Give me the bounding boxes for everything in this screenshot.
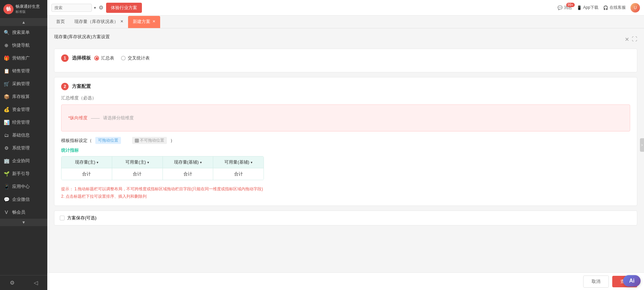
sidebar-bottom: ⚙ ◁	[0, 275, 47, 290]
app-center-icon: 📱	[3, 184, 9, 190]
sidebar-item-marketing[interactable]: 🎁 营销推广	[0, 52, 47, 65]
message-icon: 💬	[558, 5, 563, 10]
wechat-icon: 💬	[3, 196, 9, 202]
dropdown-icon-0: ▾	[97, 161, 98, 164]
sidebar-item-label: 经营管理	[12, 119, 30, 125]
radio-summary-circle	[94, 56, 99, 61]
tab-inventory-status[interactable]: 现存量（库存状况表） ✕	[70, 16, 128, 28]
tab-close-inventory[interactable]: ✕	[120, 19, 123, 24]
stats-col-header-1[interactable]: 可用量(主) ▾	[112, 156, 163, 168]
stats-col-header-2[interactable]: 现存量(基辅) ▾	[163, 156, 214, 168]
stats-table-header: 现存量(主) ▾ 可用量(主) ▾ 现存量(基辅) ▾	[61, 156, 264, 168]
dimension-required-label: *纵向维度	[68, 115, 88, 121]
member-icon: V	[3, 209, 9, 215]
sidebar-search[interactable]: 🔍 搜索菜单	[0, 26, 47, 39]
ai-float-button[interactable]: Ai	[623, 275, 641, 287]
sidebar-item-purchase[interactable]: 🛒 采购管理	[0, 77, 47, 90]
sidebar-item-inventory[interactable]: 📦 库存核算	[0, 90, 47, 103]
save-label: 方案保存(可选)	[67, 215, 97, 221]
topbar-app-download[interactable]: 📱 App下载	[577, 5, 598, 10]
stats-col-header-3[interactable]: 可用量(基辅) ▾	[213, 156, 264, 168]
footer: 取消 查询	[47, 272, 644, 290]
topbar-message[interactable]: 💬 消息 99+	[558, 5, 572, 10]
tag-separator	[124, 138, 129, 144]
cancel-button[interactable]: 取消	[583, 275, 609, 288]
tab-bar: 首页 现存量（库存状况表） ✕ 新建方案 ✕	[47, 16, 644, 28]
dimension-area[interactable]: *纵向维度 —— 请选择分组维度	[61, 104, 630, 131]
not-draggable-icon	[135, 139, 139, 143]
topbar-settings-btn[interactable]: ⚙	[99, 4, 103, 11]
sidebar-item-label: 系统管理	[12, 145, 30, 151]
sidebar-item-label: 销售管理	[12, 68, 30, 74]
stats-table-body: 合计 合计 合计 合计	[61, 168, 264, 180]
sidebar-item-label: 新手引导	[12, 171, 30, 177]
sidebar-scroll-down[interactable]: ▼	[0, 219, 47, 226]
finance-icon: 💰	[3, 106, 9, 113]
sidebar-item-app-center[interactable]: 📱 应用中心	[0, 180, 47, 193]
expand-btn[interactable]: ⛶	[632, 36, 637, 43]
sidebar-item-sales[interactable]: 📋 销售管理	[0, 65, 47, 77]
close-dialog-btn[interactable]: ✕	[625, 36, 629, 43]
stats-cell-3: 合计	[213, 168, 264, 180]
radio-cross[interactable]: 交叉统计表	[121, 55, 150, 61]
sidebar-item-quick-nav[interactable]: ⊕ 快捷导航	[0, 39, 47, 52]
right-collapse-handle[interactable]: >	[640, 138, 644, 152]
config-section: 汇总维度（必选） *纵向维度 —— 请选择分组维度 模板指标设定（	[61, 95, 630, 200]
section2-title: 方案配置	[72, 83, 91, 90]
sidebar-settings-btn[interactable]: ⚙	[7, 278, 17, 287]
section1-title: 选择模板	[72, 55, 91, 61]
inventory-icon: 📦	[3, 94, 9, 100]
tips-section: 提示： 1.拖动标题栏可以调整布局，不可跨维度或指标区域拖动栏目字段(只能在同一…	[61, 186, 630, 200]
stats-cell-0: 合计	[61, 168, 112, 180]
stats-table: 现存量(主) ▾ 可用量(主) ▾ 现存量(基辅) ▾	[61, 156, 264, 180]
sidebar-item-label: 畅会员	[12, 209, 25, 215]
sidebar-scroll-up[interactable]: ▲	[0, 19, 47, 26]
sidebar-item-system[interactable]: ⚙ 系统管理	[0, 142, 47, 154]
stats-title: 统计指标	[61, 147, 630, 153]
stats-cell-2: 合计	[163, 168, 214, 180]
sidebar-item-wechat[interactable]: 💬 企业微信	[0, 193, 47, 206]
sidebar-search-label: 搜索菜单	[12, 29, 30, 35]
enterprise-icon: 🏢	[3, 158, 9, 164]
tag-not-draggable: 不可拖动位置	[132, 137, 167, 144]
dropdown-icon-2: ▾	[200, 161, 202, 164]
sidebar-sound-btn[interactable]: ◁	[31, 278, 41, 287]
sidebar-item-finance[interactable]: 💰 资金管理	[0, 103, 47, 116]
save-checkbox[interactable]	[60, 216, 65, 220]
quick-nav-icon: ⊕	[3, 42, 9, 48]
topbar-dropdown-btn[interactable]: ▾	[94, 5, 96, 10]
customer-service-icon: 🎧	[603, 5, 608, 10]
user-avatar[interactable]: U	[630, 3, 640, 13]
sidebar-item-operations[interactable]: 📊 经营管理	[0, 116, 47, 129]
sidebar-item-label: 企业微信	[12, 196, 30, 202]
stats-cell-1: 合计	[112, 168, 163, 180]
tip-1: 提示： 1.拖动标题栏可以调整布局，不可跨维度或指标区域拖动栏目字段(只能在同一…	[61, 186, 630, 193]
sidebar-item-basic-info[interactable]: 🗂 基础信息	[0, 129, 47, 142]
topbar-search-input[interactable]	[51, 4, 92, 12]
topbar-industry-btn[interactable]: 体验行业方案	[106, 3, 142, 13]
dimension-dash: ——	[91, 116, 100, 121]
sidebar-item-label: 快捷导航	[12, 42, 30, 48]
tab-home[interactable]: 首页	[51, 16, 70, 28]
topbar-customer-service[interactable]: 🎧 在线客服	[603, 5, 626, 10]
system-icon: ⚙	[3, 145, 9, 151]
sidebar-logo: 畅 畅康通好生意 标准版	[0, 0, 47, 19]
message-badge: 99+	[566, 3, 575, 7]
tab-close-new-scheme[interactable]: ✕	[152, 19, 155, 24]
page-title: 现存量(库存状况表)方案设置	[54, 34, 110, 40]
stats-section: 统计指标 现存量(主) ▾ 可用量(主) ▾	[61, 147, 630, 180]
purchase-icon: 🛒	[3, 81, 9, 87]
sidebar-item-newbie[interactable]: 🌱 新手引导	[0, 167, 47, 180]
sidebar-item-member[interactable]: V 畅会员	[0, 206, 47, 219]
sales-icon: 📋	[3, 68, 9, 74]
app-logo-icon: 畅	[3, 4, 14, 14]
sidebar-item-label: 资金管理	[12, 106, 30, 113]
stats-col-header-0[interactable]: 现存量(主) ▾	[61, 156, 112, 168]
radio-summary[interactable]: 汇总表	[94, 55, 114, 61]
tip-2: 2. 点击标题栏下拉可设置排序、插入列和删除列	[61, 193, 630, 200]
sidebar-item-enterprise[interactable]: 🏢 企业协同	[0, 154, 47, 167]
app-name: 畅康通好生意	[16, 4, 40, 9]
sidebar: 畅 畅康通好生意 标准版 ▲ 🔍 搜索菜单 ⊕ 快捷导航 🎁 营销推广 📋 销售…	[0, 0, 47, 290]
tab-new-scheme[interactable]: 新建方案 ✕	[128, 16, 160, 28]
radio-cross-circle	[121, 56, 126, 61]
